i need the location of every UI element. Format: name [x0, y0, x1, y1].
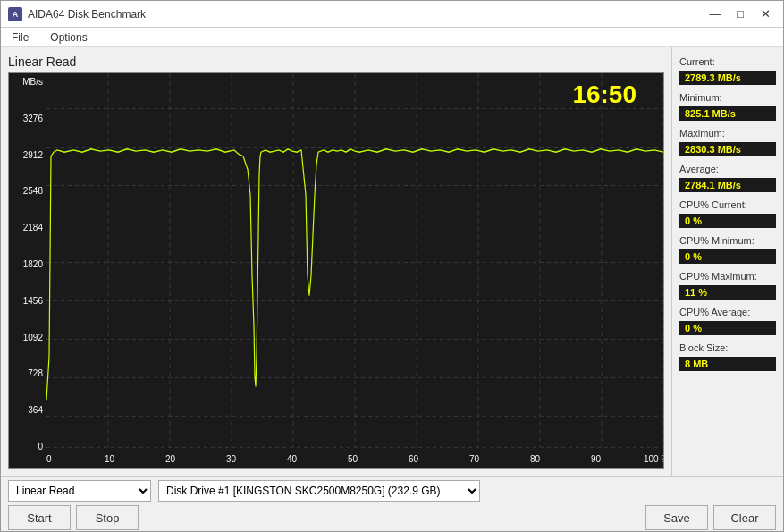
- title-bar: A AIDA64 Disk Benchmark — □ ✕: [1, 1, 783, 28]
- menu-bar: File Options: [1, 28, 783, 47]
- maximum-label: Maximum:: [679, 128, 776, 139]
- y-label-1092: 1092: [9, 333, 43, 342]
- clear-button[interactable]: Clear: [713, 505, 776, 530]
- timer-display: 16:50: [572, 80, 636, 109]
- y-axis: MB/s 3276 2912 2548 2184 1820 1456 1092 …: [9, 73, 46, 468]
- y-label-364: 364: [9, 405, 43, 415]
- svg-text:20: 20: [165, 453, 175, 465]
- stats-sidebar: Current: 2789.3 MB/s Minimum: 825.1 MB/s…: [671, 47, 783, 476]
- average-value: 2784.1 MB/s: [679, 178, 776, 192]
- close-button[interactable]: ✕: [754, 5, 776, 23]
- cpu-average-label: CPU% Average:: [679, 307, 776, 317]
- svg-text:100 %: 100 %: [644, 453, 663, 465]
- svg-text:40: 40: [287, 453, 297, 465]
- y-label-2548: 2548: [9, 186, 43, 196]
- main-window: A AIDA64 Disk Benchmark — □ ✕ File Optio…: [0, 0, 784, 532]
- content-area: Linear Read MB/s 3276 2912 2548 2184 182…: [1, 47, 783, 476]
- bottom-bar: Linear Read Disk Drive #1 [KINGSTON SKC2…: [1, 476, 783, 531]
- svg-text:70: 70: [469, 453, 479, 465]
- cpu-minimum-value: 0 %: [679, 249, 776, 264]
- y-label-1820: 1820: [9, 259, 43, 269]
- svg-text:10: 10: [105, 453, 114, 465]
- drive-select[interactable]: Disk Drive #1 [KINGSTON SKC2500M8250G] (…: [158, 480, 480, 502]
- svg-text:30: 30: [226, 453, 236, 465]
- svg-text:80: 80: [530, 453, 540, 465]
- cpu-average-value: 0 %: [679, 321, 776, 335]
- chart-svg: 0 10 20 30 40 50 60 70 80 90 100 %: [46, 73, 663, 468]
- menu-options[interactable]: Options: [43, 30, 94, 46]
- window-title: AIDA64 Disk Benchmark: [28, 8, 146, 21]
- current-label: Current:: [679, 56, 776, 67]
- maximum-value: 2830.3 MB/s: [679, 142, 776, 156]
- cpu-maximum-label: CPU% Maximum:: [679, 271, 776, 282]
- main-area: Linear Read MB/s 3276 2912 2548 2184 182…: [1, 47, 671, 476]
- y-label-728: 728: [9, 368, 43, 378]
- bottom-buttons-row: Start Stop Save Clear: [8, 505, 776, 530]
- bottom-controls-row1: Linear Read Disk Drive #1 [KINGSTON SKC2…: [8, 480, 776, 502]
- chart-graph: 16:50: [46, 73, 663, 468]
- y-label-0: 0: [9, 442, 43, 452]
- block-size-label: Block Size:: [679, 342, 776, 353]
- minimum-label: Minimum:: [679, 92, 776, 103]
- minimum-value: 825.1 MB/s: [679, 106, 776, 121]
- cpu-maximum-value: 11 %: [679, 285, 776, 300]
- svg-text:0: 0: [46, 453, 52, 465]
- cpu-minimum-label: CPU% Minimum:: [679, 235, 776, 246]
- maximize-button[interactable]: □: [729, 5, 751, 23]
- cpu-current-label: CPU% Current:: [679, 199, 776, 210]
- svg-text:60: 60: [409, 453, 418, 465]
- y-label-2184: 2184: [9, 223, 43, 232]
- test-mode-select[interactable]: Linear Read: [8, 480, 151, 502]
- chart-container: MB/s 3276 2912 2548 2184 1820 1456 1092 …: [8, 72, 664, 469]
- average-label: Average:: [679, 164, 776, 174]
- y-label-mb: MB/s: [9, 77, 43, 87]
- y-label-3276: 3276: [9, 114, 43, 123]
- title-controls: — □ ✕: [704, 5, 776, 23]
- stop-button[interactable]: Stop: [76, 505, 139, 530]
- title-bar-left: A AIDA64 Disk Benchmark: [8, 7, 146, 21]
- start-button[interactable]: Start: [8, 505, 71, 530]
- chart-title: Linear Read: [8, 55, 664, 69]
- block-size-value: 8 MB: [679, 357, 776, 371]
- current-value: 2789.3 MB/s: [679, 71, 776, 85]
- svg-text:50: 50: [348, 453, 358, 465]
- minimize-button[interactable]: —: [704, 5, 726, 23]
- svg-text:90: 90: [591, 453, 601, 465]
- menu-file[interactable]: File: [4, 30, 36, 46]
- cpu-current-value: 0 %: [679, 214, 776, 228]
- y-label-2912: 2912: [9, 150, 43, 160]
- save-button[interactable]: Save: [645, 505, 708, 530]
- app-icon: A: [8, 7, 22, 21]
- y-label-1456: 1456: [9, 296, 43, 306]
